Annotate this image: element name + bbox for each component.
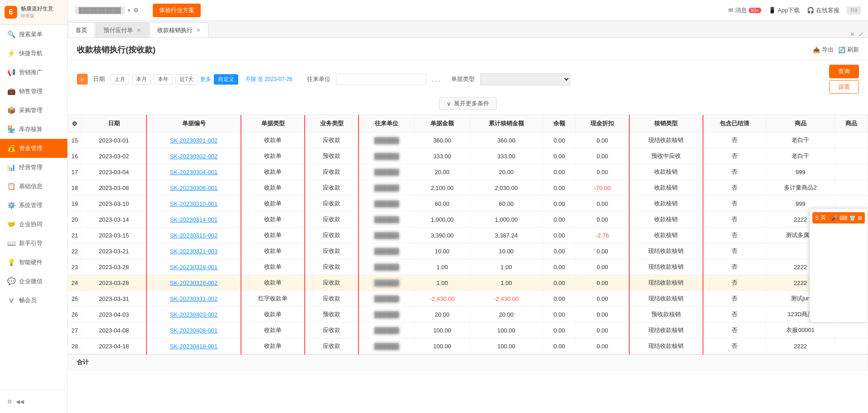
cell-included: 否 xyxy=(703,243,766,259)
grid-icon: ⊞ xyxy=(858,215,862,221)
last-month-btn[interactable]: 上月 xyxy=(110,74,129,85)
sidebar-item-10[interactable]: 🤝企业协同 xyxy=(0,215,67,234)
bill-no-link[interactable]: SK-20230418-001 xyxy=(170,343,218,350)
online-service-button[interactable]: 🎧 在线客服 xyxy=(807,6,840,14)
cell-cash-discount: -2.76 xyxy=(576,228,629,243)
bill-no-link[interactable]: SK-20230328-002 xyxy=(170,280,218,286)
settings-icon[interactable]: ⚙ xyxy=(133,7,139,14)
cell-date: 2023-03-28 xyxy=(82,259,146,275)
col-settings-header[interactable]: ⚙ xyxy=(68,115,82,133)
sidebar-item-5[interactable]: 🏪库存核算 xyxy=(0,120,67,139)
export-button[interactable]: 📤 导出 xyxy=(813,46,834,54)
bill-no-link[interactable]: SK-20230314-001 xyxy=(170,216,218,223)
cell-included: 否 xyxy=(703,196,766,212)
bill-no-link[interactable]: SK-20230302-002 xyxy=(170,153,218,160)
settings-button[interactable]: 设置 xyxy=(829,80,859,94)
cell-biz-type: 应收款 xyxy=(305,133,359,148)
sidebar-icon-13: 💬 xyxy=(7,277,15,285)
custom-date-btn[interactable]: 自定义 xyxy=(214,74,238,85)
query-button[interactable]: 查询 xyxy=(829,65,859,78)
bill-no-link[interactable]: SK-20230331-002 xyxy=(170,295,218,302)
sidebar-item-12[interactable]: 💡智能硬件 xyxy=(0,253,67,272)
bill-no-link[interactable]: SK-20230308-001 xyxy=(170,185,218,191)
refresh-label: 刷新 xyxy=(847,46,859,54)
sidebar-item-8[interactable]: 📋基础信息 xyxy=(0,177,67,196)
bill-no-link[interactable]: SK-20230301-002 xyxy=(170,137,218,144)
cell-cash-discount: 0.00 xyxy=(576,164,629,180)
cell-no: 21 xyxy=(68,228,82,243)
sidebar-label-12: 智能硬件 xyxy=(19,258,42,266)
cell-bill-no: SK-20230328-001 xyxy=(146,259,241,275)
user-avatar[interactable]: Rit xyxy=(847,6,861,14)
bill-no-link[interactable]: SK-20230310-001 xyxy=(170,200,218,207)
table-row: 21 2023-03-15 SK-20230315-002 收款单 应收款 ██… xyxy=(68,228,868,243)
refresh-button[interactable]: 🔄 刷新 xyxy=(838,46,859,54)
sidebar-item-13[interactable]: 💬企业微信 xyxy=(0,272,67,291)
sidebar: 6 畅康道好生意 标推版 🔍搜索菜单⚡快捷导航📢营销推广💼销售管理📦采购管理🏪库… xyxy=(0,0,68,413)
cell-amount: 60.00 xyxy=(415,196,470,212)
sidebar-icon-2: 📢 xyxy=(7,68,15,76)
sogou-input-btn[interactable]: S 英 · 🎤 ⌨ 👕 ⊞ xyxy=(812,212,865,223)
sidebar-icon-4: 📦 xyxy=(7,106,15,114)
tab-expand-icon[interactable]: ⤢ xyxy=(859,31,863,38)
cell-partner: ██████ xyxy=(359,323,415,338)
app-download-button[interactable]: 📱 App下载 xyxy=(769,6,800,14)
sidebar-item-14[interactable]: V畅会员 xyxy=(0,291,67,310)
sidebar-item-11[interactable]: 📖新手引导 xyxy=(0,234,67,253)
message-label: 消息 xyxy=(735,6,747,14)
bill-type-select[interactable] xyxy=(480,73,571,85)
tab-home[interactable]: 首页 xyxy=(68,22,95,38)
online-service-label: 在线客服 xyxy=(816,6,840,14)
tab-prepay[interactable]: 预付应付单 ✕ xyxy=(96,22,149,38)
cell-cash-discount: -70.00 xyxy=(576,180,629,196)
table-row: 20 2023-03-14 SK-20230314-001 收款单 应收款 ██… xyxy=(68,212,868,228)
last-7days-btn[interactable]: 近7天 xyxy=(175,74,198,85)
sidebar-settings[interactable]: ⚙ ◀◀ xyxy=(0,395,67,408)
cell-balance: 0.00 xyxy=(543,133,576,148)
cell-bill-type: 收款单 xyxy=(241,212,305,228)
tab-writeoff-close[interactable]: ✕ xyxy=(196,27,201,33)
cell-writeoff-type: 收款核销 xyxy=(629,180,703,196)
sidebar-logo: 6 畅康道好生意 标推版 xyxy=(0,0,67,25)
cell-bill-type: 收款单 xyxy=(241,323,305,338)
table-footer-row: 合计 xyxy=(68,354,868,370)
cell-partner: ██████ xyxy=(359,307,415,323)
cell-biz-type: 预收款 xyxy=(305,307,359,323)
sidebar-item-6[interactable]: 💰资金管理 xyxy=(0,139,67,158)
dropdown-icon[interactable]: ▾ xyxy=(127,7,131,14)
bill-no-link[interactable]: SK-20230304-001 xyxy=(170,169,218,176)
this-month-btn[interactable]: 本月 xyxy=(132,74,151,85)
tab-close-all-icon[interactable]: ✕ xyxy=(850,31,855,38)
bill-no-link[interactable]: SK-20230403-002 xyxy=(170,311,218,318)
export-label: 导出 xyxy=(822,46,834,54)
tab-writeoff[interactable]: 收款核销执行 ✕ xyxy=(150,22,208,38)
bill-no-link[interactable]: SK-20230328-001 xyxy=(170,264,218,271)
more-date-btn[interactable]: 更多 xyxy=(200,76,211,83)
bill-no-link[interactable]: SK-20230321-003 xyxy=(170,248,218,255)
sidebar-item-4[interactable]: 📦采购管理 xyxy=(0,101,67,120)
more-filters-dots[interactable]: ... xyxy=(432,75,441,84)
sidebar-item-3[interactable]: 💼销售管理 xyxy=(0,82,67,101)
cell-date: 2023-03-21 xyxy=(82,243,146,259)
sidebar-item-2[interactable]: 📢营销推广 xyxy=(0,63,67,82)
sidebar-item-1[interactable]: ⚡快捷导航 xyxy=(0,44,67,63)
tab-prepay-close[interactable]: ✕ xyxy=(137,27,141,33)
sidebar-item-0[interactable]: 🔍搜索菜单 xyxy=(0,25,67,44)
filter-expand-button[interactable]: » xyxy=(77,74,88,85)
expand-more-button[interactable]: ∨ 展开更多条件 xyxy=(439,97,497,110)
cell-included: 否 xyxy=(703,148,766,164)
cell-included: 否 xyxy=(703,275,766,291)
sidebar-item-7[interactable]: 📊经营管理 xyxy=(0,158,67,177)
cell-amount: 1.00 xyxy=(415,275,470,291)
bill-no-link[interactable]: SK-20230315-002 xyxy=(170,232,218,239)
cell-cash-discount: 0.00 xyxy=(576,275,629,291)
sidebar-item-9[interactable]: ⚙️系统管理 xyxy=(0,196,67,215)
cell-writeoff-type: 现结收款核销 xyxy=(629,259,703,275)
partner-input[interactable] xyxy=(336,74,426,85)
message-button[interactable]: ✉ 消息 99+ xyxy=(728,6,762,14)
bill-no-link[interactable]: SK-20230408-001 xyxy=(170,327,218,334)
solution-button[interactable]: 体验行业方案 xyxy=(153,4,201,17)
cell-cum-amount: -2,430.00 xyxy=(470,291,542,307)
cell-cash-discount: 0.00 xyxy=(576,196,629,212)
this-year-btn[interactable]: 本年 xyxy=(154,74,173,85)
